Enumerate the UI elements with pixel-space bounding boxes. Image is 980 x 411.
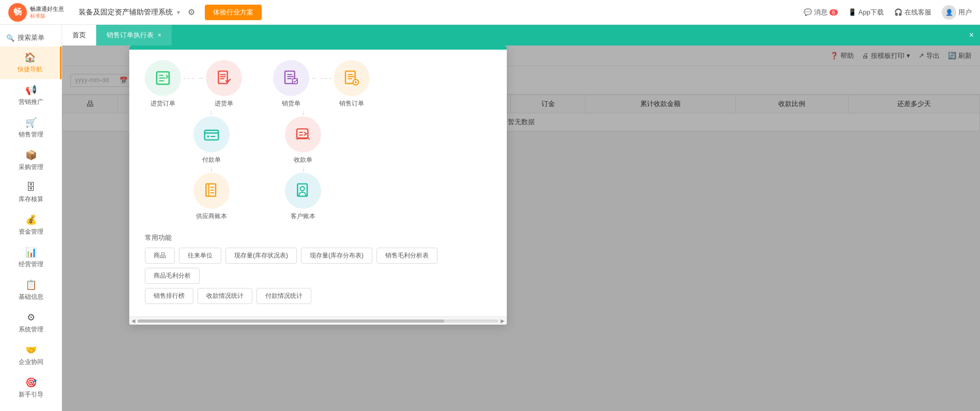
- main-layout: 🔍 搜索菜单 🏠 快捷导航 📢 营销推广 🛒 销售管理 📦 采购管理 🗄 库存核…: [0, 25, 980, 411]
- try-industry-button[interactable]: 体验行业方案: [205, 5, 262, 20]
- sidebar-item-collab[interactable]: 🤝 企业协同: [0, 339, 62, 372]
- logo-icon: 畅: [8, 3, 27, 22]
- supplier-ledger-icon: [193, 173, 230, 209]
- popup-header-bar: [129, 45, 507, 50]
- tab-close-icon[interactable]: ×: [158, 32, 161, 39]
- flow-item-sales-order[interactable]: 销售订单: [334, 60, 370, 108]
- scrollbar-thumb: [138, 319, 444, 323]
- newbie-icon: 🎯: [25, 377, 37, 388]
- header-right: 💬 消息 6 📱 App下载 🎧 在线客服 👤 用户: [804, 5, 972, 20]
- phone-icon: 📱: [848, 8, 856, 16]
- func-btn-product-margin[interactable]: 商品毛利分析: [145, 268, 200, 284]
- operations-icon: 📊: [25, 247, 37, 258]
- func-buttons-row2: 销售排行榜 收款情况统计 付款情况统计: [145, 288, 491, 304]
- svg-point-3: [207, 135, 209, 138]
- svg-point-11: [300, 187, 305, 191]
- sidebar-item-purchase[interactable]: 📦 采购管理: [0, 144, 62, 177]
- purchase-order-icon: [145, 60, 181, 96]
- tab-sales-order[interactable]: 销售订单执行表 ×: [96, 25, 172, 45]
- sidebar-item-finance[interactable]: 💰 资金管理: [0, 209, 62, 241]
- sales-icon: 🛒: [25, 117, 37, 128]
- receipt-icon: [285, 116, 321, 153]
- func-btn-product[interactable]: 商品: [145, 248, 175, 264]
- user-avatar[interactable]: 👤 用户: [942, 5, 972, 20]
- flow-item-purchase-order[interactable]: 进货订单: [145, 60, 181, 108]
- collab-icon: 🤝: [25, 344, 37, 356]
- system-title: 装备及固定资产辅助管理系统 ▾: [79, 8, 180, 17]
- purchase-icon: 📦: [25, 149, 37, 161]
- flow-item-receipt[interactable]: 收款单: [285, 116, 321, 164]
- func-btn-payment-stats[interactable]: 付款情况统计: [257, 288, 311, 304]
- sidebar-item-inventory[interactable]: 🗄 库存核算: [0, 177, 62, 209]
- func-btn-stock-status[interactable]: 现存量(库存状况表): [225, 248, 297, 264]
- finance-icon: 💰: [25, 214, 37, 225]
- inventory-icon: 🗄: [26, 182, 36, 193]
- scrollbar-track: [138, 319, 499, 323]
- sidebar-item-sales[interactable]: 🛒 销售管理: [0, 112, 62, 144]
- sidebar-item-operations[interactable]: 📊 经营管理: [0, 241, 62, 274]
- settings-icon[interactable]: ⚙: [184, 5, 199, 20]
- sidebar-item-quicknav[interactable]: 🏠 快捷导航: [0, 47, 62, 79]
- system-title-area: 装备及固定资产辅助管理系统 ▾ ⚙ 体验行业方案: [70, 5, 804, 20]
- logo-text: 畅康通好生意 标准版: [30, 5, 64, 19]
- search-menu-button[interactable]: 🔍 搜索菜单: [0, 29, 62, 47]
- flow-item-supplier-ledger[interactable]: 供应商账本: [193, 173, 230, 221]
- flow-item-customer-ledger[interactable]: 客户账本: [285, 173, 321, 221]
- func-btn-contacts[interactable]: 往来单位: [179, 248, 221, 264]
- headset-icon: 🎧: [894, 8, 902, 16]
- avatar-icon: 👤: [942, 5, 956, 20]
- overlay: 进货订单 - - - →: [62, 45, 980, 411]
- flow-item-purchase-slip[interactable]: 进货单: [206, 60, 242, 108]
- func-btn-stock-dist[interactable]: 现存量(库存分布表): [301, 248, 372, 264]
- sidebar-item-newbie[interactable]: 🎯 新手引导: [0, 372, 62, 404]
- sidebar-item-system[interactable]: ⚙ 系统管理: [0, 307, 62, 339]
- sidebar-item-basic-info[interactable]: 📋 基础信息: [0, 274, 62, 307]
- scroll-left-arrow[interactable]: ◀: [131, 318, 135, 324]
- marketing-icon: 📢: [25, 84, 37, 96]
- common-func-title: 常用功能: [145, 233, 491, 242]
- app-download-button[interactable]: 📱 App下载: [848, 8, 884, 17]
- system-icon: ⚙: [27, 312, 35, 323]
- sales-order-icon: [334, 60, 370, 96]
- func-btn-receipt-stats[interactable]: 收款情况统计: [198, 288, 252, 304]
- message-badge: 6: [830, 9, 838, 16]
- tab-bar-close-button[interactable]: ×: [969, 31, 974, 40]
- online-service-button[interactable]: 🎧 在线客服: [894, 8, 931, 17]
- svg-rect-2: [204, 130, 218, 140]
- func-btn-sales-ranking[interactable]: 销售排行榜: [145, 288, 193, 304]
- dropdown-arrow-icon: ▾: [177, 9, 180, 16]
- flow-item-sales-slip[interactable]: 销货单: [273, 60, 309, 108]
- func-buttons-row1: 商品 往来单位 现存量(库存状况表) 现存量(库存分布表) 销售毛利分析表 商品…: [145, 248, 491, 284]
- tab-bar: 首页 销售订单执行表 × ×: [62, 25, 980, 45]
- customer-ledger-icon: [285, 173, 321, 209]
- page-area: ❓ 帮助 🖨 按模板打印 ▾ ↗ 导出 🔄 刷新: [62, 45, 980, 411]
- payment-icon: [193, 116, 230, 153]
- sidebar-item-marketing[interactable]: 📢 营销推广: [0, 79, 62, 112]
- scroll-right-arrow[interactable]: ▶: [501, 318, 505, 324]
- main-content: 首页 销售订单执行表 × × ❓ 帮助 🖨 按模板打印 ▾: [62, 25, 980, 411]
- search-icon: 🔍: [6, 34, 14, 42]
- popup-body: 进货订单 - - - →: [129, 50, 507, 316]
- tab-home[interactable]: 首页: [62, 25, 96, 45]
- sales-slip-icon: [273, 60, 309, 96]
- quick-nav-popup: 进货订单 - - - →: [129, 45, 507, 325]
- sidebar: 🔍 搜索菜单 🏠 快捷导航 📢 营销推广 🛒 销售管理 📦 采购管理 🗄 库存核…: [0, 25, 62, 411]
- message-icon: 💬: [804, 8, 812, 16]
- logo-area: 畅 畅康通好生意 标准版: [8, 3, 70, 22]
- basic-info-icon: 📋: [25, 279, 37, 291]
- top-header: 畅 畅康通好生意 标准版 装备及固定资产辅助管理系统 ▾ ⚙ 体验行业方案 💬 …: [0, 0, 980, 25]
- home-icon: 🏠: [24, 52, 36, 63]
- svg-rect-6: [292, 79, 297, 83]
- popup-scrollbar[interactable]: ◀ ▶: [129, 316, 507, 325]
- purchase-slip-icon: [206, 60, 242, 96]
- func-btn-sales-margin[interactable]: 销售毛利分析表: [376, 248, 438, 264]
- message-button[interactable]: 💬 消息 6: [804, 8, 838, 17]
- flow-item-payment[interactable]: 付款单: [193, 116, 230, 164]
